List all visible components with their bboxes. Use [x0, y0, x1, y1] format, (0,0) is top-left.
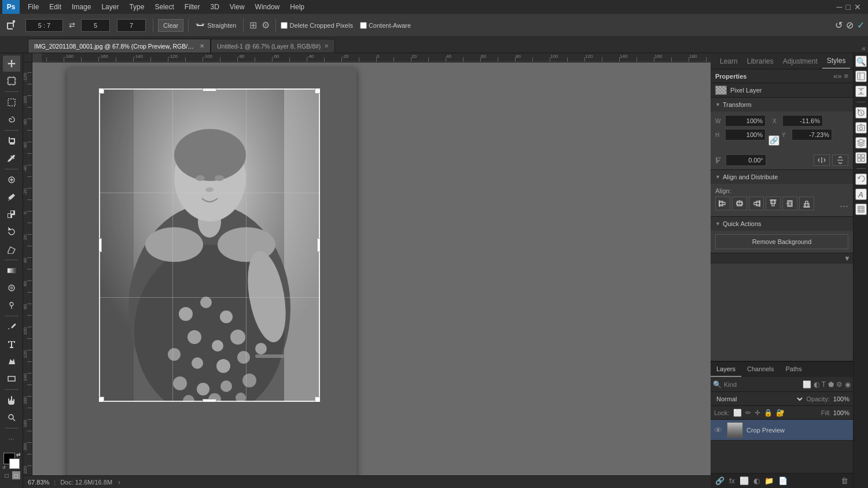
- tabs-expand-button[interactable]: «: [862, 45, 866, 53]
- tool-gradient[interactable]: [3, 263, 20, 279]
- layers-tab-paths[interactable]: Paths: [780, 362, 808, 377]
- close-button[interactable]: ✕: [854, 2, 861, 12]
- swap-dimensions-button[interactable]: ⇄: [68, 21, 76, 29]
- lock-transform-button[interactable]: ✛: [754, 408, 761, 417]
- sidebar-icon-expand[interactable]: [855, 86, 867, 97]
- clear-button[interactable]: Clear: [158, 19, 183, 32]
- tool-text[interactable]: [3, 336, 20, 352]
- tab-styles[interactable]: Styles: [822, 53, 851, 69]
- filter-toggle-button[interactable]: ◉: [845, 380, 851, 389]
- quick-actions-header[interactable]: ▼ Quick Actions: [711, 217, 853, 231]
- layers-tab-channels[interactable]: Channels: [741, 362, 779, 377]
- tool-dodge[interactable]: [3, 297, 20, 313]
- lock-all-button[interactable]: 🔐: [775, 408, 785, 417]
- content-aware-checkbox[interactable]: Content-Aware: [360, 22, 411, 29]
- align-bottom-button[interactable]: [799, 197, 814, 210]
- tool-more[interactable]: ···: [3, 431, 20, 447]
- sidebar-icon-layers[interactable]: [855, 137, 867, 149]
- filter-adjustment-button[interactable]: ◐: [814, 380, 819, 389]
- sidebar-icon-canvas[interactable]: [855, 204, 867, 215]
- layer-visibility-0[interactable]: 👁: [714, 426, 723, 435]
- new-adjustment-button[interactable]: ◐: [752, 475, 761, 486]
- minimize-button[interactable]: ─: [837, 2, 843, 12]
- delete-cropped-input[interactable]: [281, 22, 288, 29]
- menu-filter[interactable]: Filter: [180, 2, 205, 12]
- tab-libraries[interactable]: Libraries: [742, 53, 778, 69]
- filter-pixel-button[interactable]: ⬜: [803, 380, 811, 389]
- grid-view-button[interactable]: ⊞: [248, 20, 258, 31]
- delete-layer-button[interactable]: 🗑: [840, 475, 849, 486]
- settings-button[interactable]: ⚙: [260, 20, 271, 31]
- menu-3d[interactable]: 3D: [205, 2, 223, 12]
- properties-expand-icon[interactable]: «»: [833, 72, 841, 80]
- link-dimensions-button[interactable]: 🔗: [768, 135, 779, 146]
- sidebar-icon-undo[interactable]: [855, 173, 867, 185]
- menu-edit[interactable]: Edit: [45, 2, 66, 12]
- align-section-header[interactable]: ▼ Align and Distribute: [711, 170, 853, 184]
- swap-colors-icon[interactable]: ⇄: [16, 452, 21, 457]
- width-field[interactable]: [81, 19, 110, 32]
- sidebar-icon-camera[interactable]: [855, 122, 867, 134]
- tab-adjustment[interactable]: Adjustment: [778, 53, 822, 69]
- align-top-button[interactable]: [766, 197, 781, 210]
- blend-mode-select[interactable]: Normal: [714, 395, 804, 403]
- quick-mask-button[interactable]: □: [12, 471, 20, 479]
- tab-1-close[interactable]: ✕: [324, 43, 329, 49]
- undo-button[interactable]: ↺: [835, 20, 843, 31]
- x-input[interactable]: [782, 115, 823, 127]
- tool-blur[interactable]: [3, 280, 20, 296]
- properties-menu-icon[interactable]: ≡: [844, 72, 848, 80]
- tool-eraser[interactable]: [3, 241, 20, 257]
- menu-image[interactable]: Image: [67, 2, 95, 12]
- canvas[interactable]: [32, 62, 711, 475]
- cancel-button[interactable]: ⊘: [846, 20, 854, 31]
- sidebar-icon-history[interactable]: [855, 107, 867, 119]
- menu-type[interactable]: Type: [124, 2, 149, 12]
- menu-select[interactable]: Select: [150, 2, 178, 12]
- tool-lasso[interactable]: [3, 112, 20, 128]
- tab-0[interactable]: IMG_20201108_0001.jpg @ 67.8% (Crop Prev…: [28, 39, 211, 53]
- layer-item-0[interactable]: 👁 Crop Preview: [711, 420, 853, 441]
- tab-1[interactable]: Untitled-1 @ 66.7% (Layer 8, RGB/8#) ✕: [211, 39, 335, 53]
- tab-learn[interactable]: Learn: [715, 53, 742, 69]
- sidebar-icon-grid[interactable]: [855, 152, 867, 164]
- tool-marquee[interactable]: [3, 94, 20, 110]
- tool-clone[interactable]: [3, 206, 20, 223]
- flip-horizontal-button[interactable]: [814, 154, 830, 166]
- align-right-button[interactable]: [749, 197, 764, 210]
- tool-pen[interactable]: [3, 319, 20, 335]
- background-swatch[interactable]: [9, 459, 20, 469]
- new-group-button[interactable]: 📁: [763, 475, 775, 486]
- lock-artboards-button[interactable]: 🔒: [763, 408, 773, 417]
- add-style-button[interactable]: fx: [728, 475, 736, 486]
- tool-brush[interactable]: [3, 189, 20, 205]
- delete-cropped-checkbox[interactable]: Delete Cropped Pixels: [281, 22, 352, 29]
- reset-colors-icon[interactable]: ↺: [2, 465, 6, 470]
- tool-move[interactable]: [3, 56, 20, 72]
- menu-window[interactable]: Window: [251, 2, 285, 12]
- sidebar-icon-libraries[interactable]: [855, 71, 867, 82]
- menu-file[interactable]: File: [23, 2, 43, 12]
- more-options-button[interactable]: ...: [840, 197, 848, 210]
- align-center-h-button[interactable]: [732, 197, 747, 210]
- menu-layer[interactable]: Layer: [97, 2, 123, 12]
- remove-background-button[interactable]: Remove Background: [715, 234, 848, 249]
- sidebar-icon-search[interactable]: 🔍: [855, 56, 867, 67]
- tool-crop[interactable]: [3, 133, 20, 149]
- filter-type-button[interactable]: T: [822, 380, 826, 389]
- tool-eyedropper[interactable]: [3, 150, 20, 167]
- ratio-field[interactable]: [25, 19, 63, 32]
- y-input[interactable]: [792, 129, 832, 141]
- h-input[interactable]: [725, 129, 766, 141]
- tool-zoom[interactable]: [3, 409, 20, 426]
- w-input[interactable]: [725, 115, 766, 127]
- height-field[interactable]: [117, 19, 146, 32]
- content-aware-input[interactable]: [360, 22, 367, 29]
- filter-smart-button[interactable]: ⚙: [836, 380, 843, 389]
- tool-hand[interactable]: [3, 392, 20, 408]
- add-mask-button[interactable]: ⬜: [738, 475, 750, 486]
- align-center-v-button[interactable]: [782, 197, 797, 210]
- angle-input[interactable]: [726, 154, 766, 166]
- flip-vertical-button[interactable]: [832, 154, 848, 166]
- tool-history-brush[interactable]: [3, 224, 20, 240]
